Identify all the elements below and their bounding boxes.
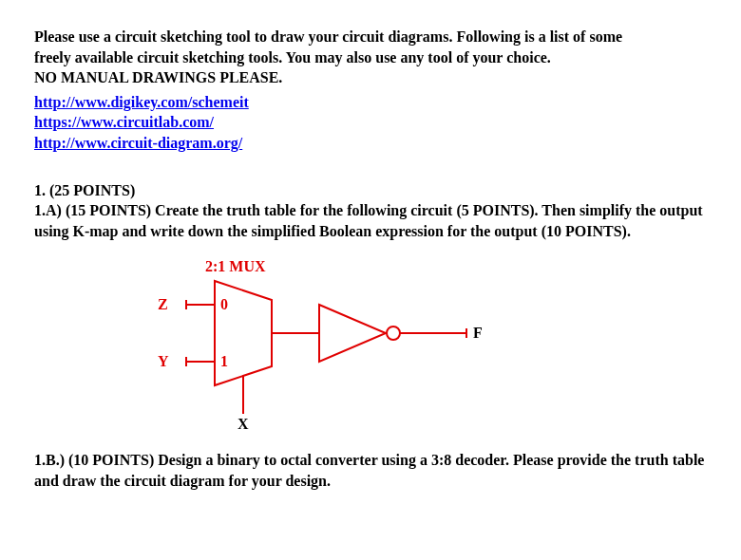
- svg-point-8: [387, 327, 400, 340]
- output-f-label: F: [473, 325, 483, 342]
- port-1-label: 1: [220, 353, 228, 370]
- intro-line-3: NO MANUAL DRAWINGS PLEASE.: [34, 69, 282, 85]
- mux-title-label: 2:1 MUX: [205, 258, 266, 275]
- link-circuit-diagram[interactable]: http://www.circuit-diagram.org/: [34, 133, 707, 154]
- q1a-text: 1.A) (15 POINTS) Create the truth table …: [34, 200, 707, 241]
- link-circuitlab[interactable]: https://www.circuitlab.com/: [34, 112, 707, 133]
- intro-line-2: freely available circuit sketching tools…: [34, 49, 551, 65]
- q1b-text: 1.B.) (10 POINTS) Design a binary to oct…: [34, 450, 707, 491]
- tool-links: http://www.digikey.com/schemeit https://…: [34, 92, 707, 154]
- select-x-label: X: [238, 416, 249, 433]
- link-digikey[interactable]: http://www.digikey.com/schemeit: [34, 92, 707, 113]
- q1-header: 1. (25 POINTS): [34, 180, 707, 201]
- input-z-label: Z: [158, 296, 168, 313]
- circuit-svg: [148, 252, 509, 433]
- intro-paragraph: Please use a circuit sketching tool to d…: [34, 27, 707, 88]
- circuit-diagram: 2:1 MUX Z Y 0 1 X F: [148, 252, 509, 433]
- intro-line-1: Please use a circuit sketching tool to d…: [34, 28, 622, 45]
- input-y-label: Y: [158, 353, 169, 370]
- port-0-label: 0: [220, 296, 228, 313]
- svg-marker-7: [319, 305, 386, 362]
